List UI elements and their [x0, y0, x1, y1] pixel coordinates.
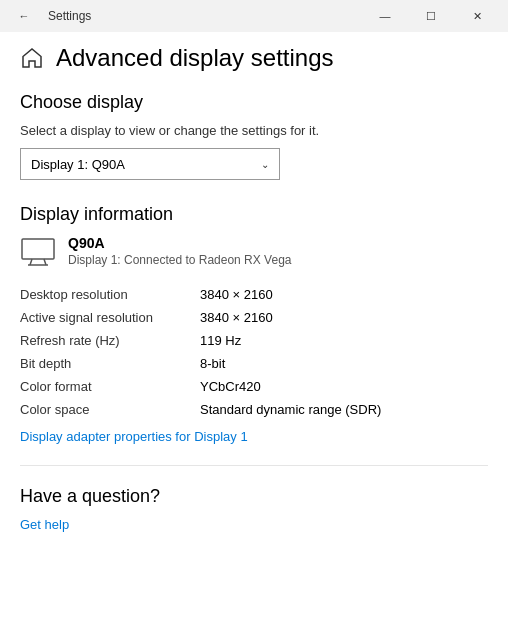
choose-display-section: Choose display Select a display to view … — [20, 92, 488, 180]
title-bar-title: Settings — [48, 9, 91, 23]
title-bar-controls: — ☐ ✕ — [362, 0, 500, 32]
have-a-question-title: Have a question? — [20, 486, 488, 507]
display-dropdown-wrapper: Display 1: Q90A ⌄ — [20, 148, 488, 180]
home-icon — [20, 46, 44, 70]
info-label: Color space — [20, 398, 200, 421]
info-value: YCbCr420 — [200, 375, 488, 398]
title-bar-left: ← Settings — [8, 0, 91, 32]
display-dropdown-value: Display 1: Q90A — [31, 157, 125, 172]
display-info-section: Display information Q90A Display 1: Conn… — [20, 204, 488, 445]
close-button[interactable]: ✕ — [454, 0, 500, 32]
table-row: Color space Standard dynamic range (SDR) — [20, 398, 488, 421]
chevron-down-icon: ⌄ — [261, 159, 269, 170]
svg-rect-0 — [22, 239, 54, 259]
monitor-header: Q90A Display 1: Connected to Radeon RX V… — [20, 235, 488, 267]
page-title: Advanced display settings — [56, 44, 334, 72]
back-icon: ← — [19, 10, 30, 22]
page-header: Advanced display settings — [20, 44, 488, 72]
info-value: 3840 × 2160 — [200, 283, 488, 306]
minimize-button[interactable]: — — [362, 0, 408, 32]
monitor-info: Q90A Display 1: Connected to Radeon RX V… — [68, 235, 291, 267]
info-value: 3840 × 2160 — [200, 306, 488, 329]
display-info-table: Desktop resolution 3840 × 2160 Active si… — [20, 283, 488, 421]
maximize-button[interactable]: ☐ — [408, 0, 454, 32]
have-a-question-section: Have a question? Get help — [20, 486, 488, 533]
choose-display-title: Choose display — [20, 92, 488, 113]
info-label: Refresh rate (Hz) — [20, 329, 200, 352]
table-row: Color format YCbCr420 — [20, 375, 488, 398]
info-value: Standard dynamic range (SDR) — [200, 398, 488, 421]
title-bar: ← Settings — ☐ ✕ — [0, 0, 508, 32]
table-row: Bit depth 8-bit — [20, 352, 488, 375]
info-label: Bit depth — [20, 352, 200, 375]
back-button[interactable]: ← — [8, 0, 40, 32]
info-label: Color format — [20, 375, 200, 398]
svg-line-2 — [44, 259, 46, 265]
monitor-name: Q90A — [68, 235, 291, 251]
table-row: Refresh rate (Hz) 119 Hz — [20, 329, 488, 352]
window: ← Settings — ☐ ✕ Advanced display settin… — [0, 0, 508, 628]
monitor-icon — [20, 237, 56, 267]
minimize-icon: — — [380, 10, 391, 22]
content-area: Advanced display settings Choose display… — [0, 32, 508, 628]
table-row: Desktop resolution 3840 × 2160 — [20, 283, 488, 306]
table-row: Active signal resolution 3840 × 2160 — [20, 306, 488, 329]
info-value: 119 Hz — [200, 329, 488, 352]
info-label: Desktop resolution — [20, 283, 200, 306]
section-divider — [20, 465, 488, 466]
display-info-title: Display information — [20, 204, 488, 225]
maximize-icon: ☐ — [426, 10, 436, 23]
info-label: Active signal resolution — [20, 306, 200, 329]
get-help-link[interactable]: Get help — [20, 517, 69, 532]
info-value: 8-bit — [200, 352, 488, 375]
svg-line-1 — [30, 259, 32, 265]
display-dropdown[interactable]: Display 1: Q90A ⌄ — [20, 148, 280, 180]
adapter-properties-link[interactable]: Display adapter properties for Display 1 — [20, 429, 248, 444]
monitor-sub: Display 1: Connected to Radeon RX Vega — [68, 253, 291, 267]
choose-display-desc: Select a display to view or change the s… — [20, 123, 488, 138]
close-icon: ✕ — [473, 10, 482, 23]
